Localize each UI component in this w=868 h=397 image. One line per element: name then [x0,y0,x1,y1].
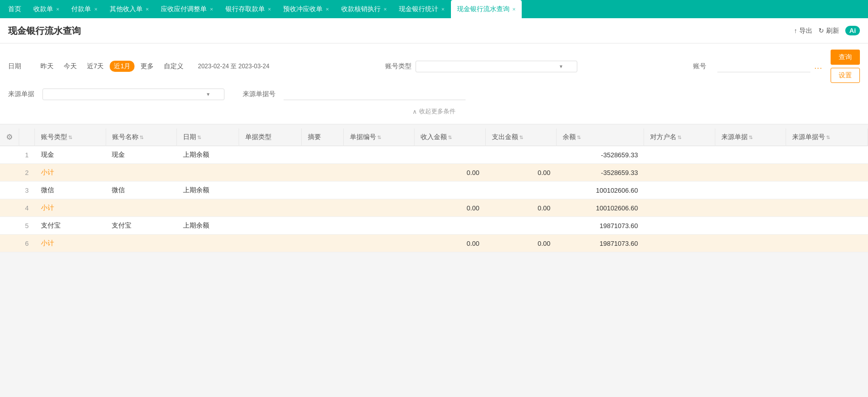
date-option-自定义[interactable]: 自定义 [160,61,188,72]
nav-tab-收款核销执行[interactable]: 收款核销执行× [335,0,393,18]
col-账号名称[interactable]: 账号名称⇅ [106,128,177,146]
ai-button[interactable]: Ai [845,26,860,35]
close-icon[interactable]: × [94,0,97,18]
table-cell: 19871073.60 [557,217,644,235]
date-option-近1月[interactable]: 近1月 [110,61,134,72]
table-cell: 支付宝 [35,217,106,235]
nav-tab-现金银行统计[interactable]: 现金银行统计× [393,0,450,18]
close-icon[interactable]: × [146,0,149,18]
table-cell [343,146,415,164]
source-doc-select[interactable]: ▾ [42,89,224,100]
table-cell: 上期余额 [177,182,239,199]
table-cell [239,217,302,235]
table-row: 3微信微信上期余额100102606.60 [0,182,868,199]
table-cell [343,182,415,199]
table-cell [644,182,715,199]
close-icon[interactable]: × [326,0,329,18]
col-日期[interactable]: 日期⇅ [177,128,239,146]
table-row: 1现金现金上期余额-3528659.33 [0,146,868,164]
nav-tab-付款单[interactable]: 付款单× [65,0,103,18]
nav-home[interactable]: 首页 [2,0,27,18]
table-cell [177,235,239,252]
collapse-bar[interactable]: ∧ 收起更多条件 [8,105,860,118]
nav-tab-银行存取款单[interactable]: 银行存取款单× [219,0,277,18]
table-cell [106,164,177,182]
nav-tabs: 收款单×付款单×其他收入单×应收应付调整单×银行存取款单×预收冲应收单×收款核销… [27,0,522,18]
data-table: ⚙账号类型⇅账号名称⇅日期⇅单据类型摘要单据编号⇅收入金额⇅支出金额⇅余额⇅对方… [0,128,868,252]
sort-icon: ⇅ [197,135,201,140]
sort-icon: ⇅ [677,135,681,140]
query-button[interactable]: 查询 [831,50,860,65]
table-cell [644,199,715,217]
table-cell [177,199,239,217]
nav-tab-应收应付调整单[interactable]: 应收应付调整单× [155,0,219,18]
sort-icon: ⇅ [140,135,144,140]
table-cell [343,217,415,235]
date-option-近7天[interactable]: 近7天 [83,61,108,72]
col-支出金额[interactable]: 支出金额⇅ [485,128,557,146]
table-cell [786,217,868,235]
table-cell [177,164,239,182]
table-cell [644,235,715,252]
table-cell: 现金 [35,146,106,164]
table-cell: 0.00 [485,235,557,252]
col-来源单据[interactable]: 来源单据⇅ [715,128,786,146]
table-cell [644,164,715,182]
table-body: 1现金现金上期余额-3528659.332小计0.000.00-3528659.… [0,146,868,252]
sort-icon: ⇅ [68,135,72,140]
date-option-更多[interactable]: 更多 [136,61,158,72]
date-option-昨天[interactable]: 昨天 [36,61,58,72]
account-type-select[interactable]: ▾ [416,61,577,72]
source-doc-num-input[interactable] [284,88,466,100]
table-cell [485,146,557,164]
table-cell [786,199,868,217]
header-actions: ↑ 导出 ↻ 刷新 Ai [794,26,860,35]
table-cell [485,182,557,199]
date-label: 日期 [8,62,28,71]
col-对方户名[interactable]: 对方户名⇅ [644,128,715,146]
close-icon[interactable]: × [384,0,387,18]
close-icon[interactable]: × [210,0,213,18]
col-来源单据号[interactable]: 来源单据号⇅ [786,128,868,146]
export-button[interactable]: ↑ 导出 [794,26,813,35]
account-label: 账号 [693,62,713,71]
table-cell [415,182,486,199]
setting-button[interactable]: 设置 [831,68,860,83]
refresh-icon: ↻ [818,27,824,34]
account-input[interactable] [717,60,810,72]
sort-icon: ⇅ [448,135,452,140]
table-cell: 19871073.60 [557,235,644,252]
refresh-button[interactable]: ↻ 刷新 [818,26,839,35]
table-cell: 上期余额 [177,217,239,235]
nav-tab-其他收入单[interactable]: 其他收入单× [104,0,155,18]
close-icon[interactable]: × [441,0,444,18]
nav-tab-收款单[interactable]: 收款单× [27,0,65,18]
close-icon[interactable]: × [56,0,59,18]
date-option-今天[interactable]: 今天 [60,61,81,72]
col-收入金额[interactable]: 收入金额⇅ [415,128,486,146]
nav-tab-预收冲应收单[interactable]: 预收冲应收单× [277,0,335,18]
table-cell: 支付宝 [106,217,177,235]
close-icon[interactable]: × [268,0,271,18]
table-cell: 小计 [35,164,106,182]
account-dots-button[interactable]: ... [814,62,823,71]
table-cell [786,235,868,252]
col-单据编号[interactable]: 单据编号⇅ [343,128,415,146]
nav-tab-现金银行流水查询[interactable]: 现金银行流水查询× [451,0,522,18]
table-cell [715,217,786,235]
table-cell [715,235,786,252]
col-账号类型[interactable]: 账号类型⇅ [35,128,106,146]
col-余额[interactable]: 余额⇅ [557,128,644,146]
table-row: 4小计0.000.00100102606.60 [0,199,868,217]
table-cell: 6 [19,235,35,252]
gear-icon[interactable]: ⚙ [6,133,13,141]
row-num-column [19,128,35,146]
table-cell [715,164,786,182]
table-cell [302,217,343,235]
table-cell [302,199,343,217]
table-cell: 3 [19,182,35,199]
close-icon[interactable]: × [513,0,516,18]
col-摘要: 摘要 [302,128,343,146]
table-cell [343,199,415,217]
date-options: 昨天今天近7天近1月更多自定义 [36,61,188,72]
